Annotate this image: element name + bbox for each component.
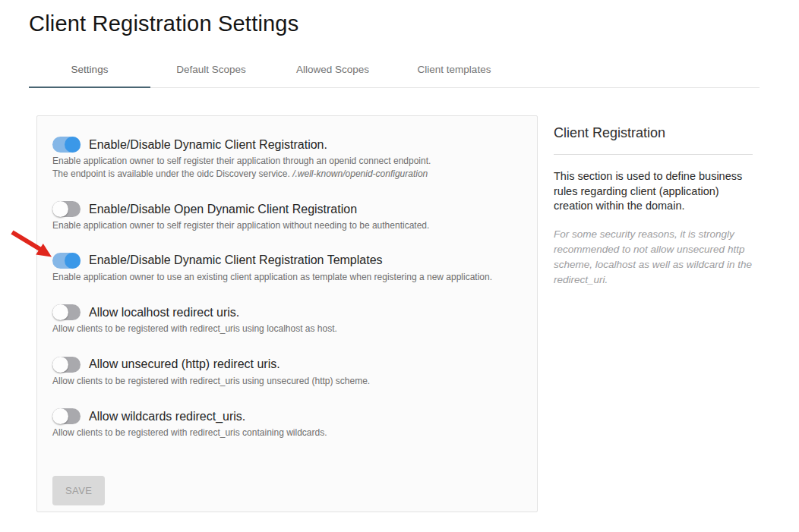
setting-description-italic: /.well-known/openid-configuration <box>292 168 428 179</box>
setting-description: Enable application owner to self registe… <box>52 219 522 232</box>
page-title: Client Registration Settings <box>0 0 799 36</box>
toggle-thumb <box>52 357 68 373</box>
toggle-dynamic-client-registration-templates[interactable] <box>52 253 81 269</box>
setting-description: Allow clients to be registered with redi… <box>52 427 522 439</box>
setting-label: Enable/Disable Dynamic Client Registrati… <box>89 253 383 267</box>
info-panel-security-note: For some security reasons, it is strongl… <box>554 227 753 288</box>
toggle-localhost-redirect-uris[interactable] <box>52 304 81 320</box>
toggle-open-dynamic-client-registration[interactable] <box>52 201 81 217</box>
info-panel-body: This section is used to define business … <box>554 169 753 214</box>
toggle-unsecured-redirect-uris[interactable] <box>52 357 81 373</box>
setting-row-unsecured-redirect-uris: Allow unsecured (http) redirect uris. Al… <box>52 357 522 388</box>
save-button[interactable]: SAVE <box>52 476 105 505</box>
setting-label: Allow wildcards redirect_uris. <box>89 410 245 423</box>
tab-default-scopes[interactable]: Default Scopes <box>150 52 272 87</box>
setting-description: Allow clients to be registered with redi… <box>52 375 522 388</box>
settings-card: Enable/Disable Dynamic Client Registrati… <box>36 115 538 512</box>
setting-description: Enable application owner to self registe… <box>52 155 522 180</box>
setting-row-dynamic-client-registration: Enable/Disable Dynamic Client Registrati… <box>52 137 522 180</box>
setting-description: Allow clients to be registered with redi… <box>52 323 522 335</box>
main-content: Enable/Disable Dynamic Client Registrati… <box>36 115 799 512</box>
toggle-wildcards-redirect-uris[interactable] <box>52 408 81 424</box>
info-panel-divider <box>554 154 753 155</box>
tab-client-templates[interactable]: Client templates <box>393 52 515 87</box>
setting-row-dynamic-client-registration-templates: Enable/Disable Dynamic Client Registrati… <box>52 253 522 284</box>
setting-row-localhost-redirect-uris: Allow localhost redirect uris. Allow cli… <box>52 304 522 335</box>
toggle-thumb <box>65 137 81 153</box>
setting-description: Enable application owner to use an exist… <box>52 271 522 284</box>
tab-settings[interactable]: Settings <box>29 52 150 87</box>
toggle-thumb <box>52 201 68 217</box>
info-panel: Client Registration This section is used… <box>554 115 753 288</box>
setting-row-wildcards-redirect-uris: Allow wildcards redirect_uris. Allow cli… <box>52 408 522 439</box>
toggle-thumb <box>65 253 81 269</box>
setting-label: Allow localhost redirect uris. <box>89 306 239 320</box>
tab-allowed-scopes[interactable]: Allowed Scopes <box>272 52 393 87</box>
info-panel-title: Client Registration <box>554 125 753 141</box>
tab-bar: Settings Default Scopes Allowed Scopes C… <box>29 52 760 88</box>
setting-row-open-dynamic-client-registration: Enable/Disable Open Dynamic Client Regis… <box>52 201 522 232</box>
setting-label: Enable/Disable Dynamic Client Registrati… <box>89 138 327 152</box>
setting-label: Allow unsecured (http) redirect uris. <box>89 357 280 371</box>
toggle-dynamic-client-registration[interactable] <box>52 137 81 153</box>
setting-label: Enable/Disable Open Dynamic Client Regis… <box>89 203 357 216</box>
